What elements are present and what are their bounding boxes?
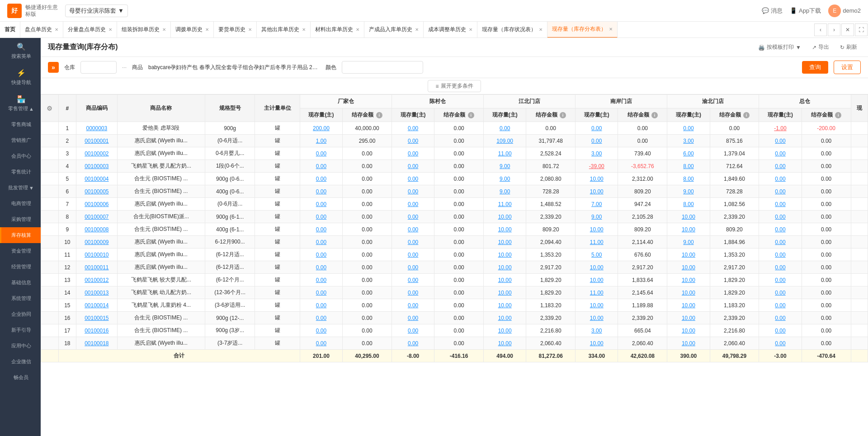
sidebar-item-member[interactable]: 会员中心 [0,148,41,164]
table-cell[interactable]: 0.00 [759,135,802,147]
nav-close-button[interactable]: ✕ [841,23,854,36]
table-cell[interactable]: 00100001 [76,135,117,147]
sidebar-item-retail-store[interactable]: 零售商城 [0,117,41,132]
sidebar-item-ecommerce[interactable]: 电商管理 [0,196,41,211]
table-cell[interactable]: 00100012 [76,274,117,286]
table-cell[interactable]: 0.00 [759,223,802,236]
table-cell[interactable]: 0.00 [300,324,342,337]
table-cell[interactable]: 0.00 [392,173,434,185]
tab-other-out[interactable]: 其他出库单历史 ✕ [257,22,311,38]
table-cell[interactable]: 9.00 [484,185,526,198]
table-cell[interactable]: 0.00 [392,223,434,236]
table-cell[interactable]: 10.00 [484,261,526,274]
table-cell[interactable]: 10.00 [576,173,618,185]
table-cell[interactable]: 10.00 [484,337,526,350]
table-cell[interactable]: 8.00 [667,198,710,211]
sidebar-item-retail-mgmt[interactable]: 🏪 零售管理 ▲ [0,90,41,117]
info-icon[interactable]: i [468,112,474,118]
info-icon[interactable]: i [376,112,382,118]
table-cell[interactable]: 0.00 [759,185,802,198]
table-cell[interactable]: 3.00 [667,135,710,147]
table-cell[interactable]: 11.00 [484,198,526,211]
table-cell[interactable]: 0.00 [392,185,434,198]
tab-home[interactable]: 首页 [0,22,20,38]
tab-inventory-sub[interactable]: 分量盘点单历史 ✕ [63,22,117,38]
tab-material-out[interactable]: 材料出库单历史 ✕ [311,22,364,38]
table-cell[interactable]: 0.00 [300,274,342,286]
table-cell[interactable]: 3.00 [576,147,618,160]
close-icon[interactable]: ✕ [205,27,209,32]
table-cell[interactable]: 0.00 [300,312,342,324]
table-cell[interactable]: 9.00 [667,185,710,198]
table-cell[interactable]: 0.00 [300,160,342,173]
table-cell[interactable]: 0.00 [392,324,434,337]
table-cell[interactable]: 10.00 [576,223,618,236]
table-cell[interactable]: 0.00 [759,286,802,299]
table-cell[interactable]: 0.00 [392,286,434,299]
table-cell[interactable]: 00100004 [76,173,117,185]
info-icon[interactable]: i [835,112,841,118]
close-icon[interactable]: ✕ [248,27,252,32]
close-icon[interactable]: ✕ [469,27,472,32]
table-cell[interactable]: 0.00 [759,274,802,286]
table-cell[interactable]: 00100016 [76,324,117,337]
table-cell[interactable]: 0.00 [300,223,342,236]
settings-button[interactable]: 设置 [834,61,861,74]
table-cell[interactable]: 00100010 [76,248,117,261]
sidebar-item-stock[interactable]: 库存核算 [0,227,41,243]
table-cell[interactable]: -39.00 [576,160,618,173]
table-cell[interactable]: 00100011 [76,261,117,274]
sidebar-item-ops[interactable]: 经营管理 [0,259,41,275]
table-cell[interactable]: 0.00 [759,147,802,160]
table-cell[interactable]: 7.00 [576,198,618,211]
table-cell[interactable]: 00100005 [76,185,117,198]
table-cell[interactable]: 6.00 [667,147,710,160]
table-cell[interactable]: 9.00 [484,173,526,185]
table-cell[interactable]: 0.00 [392,312,434,324]
table-cell[interactable]: 10.00 [576,299,618,312]
table-cell[interactable]: 0.00 [576,122,618,135]
table-cell[interactable]: 0.00 [759,261,802,274]
table-cell[interactable]: 00100009 [76,236,117,248]
table-cell[interactable]: 0000003 [76,122,117,135]
table-cell[interactable]: 200.00 [300,122,342,135]
sidebar-item-finance[interactable]: 资金管理 [0,243,41,259]
tab-product-in[interactable]: 产成品入库单历史 ✕ [364,22,424,38]
info-icon[interactable]: i [651,112,658,118]
print-button[interactable]: 🖨️ 按模板打印 ▼ [755,42,805,53]
table-cell[interactable]: 0.00 [759,160,802,173]
table-cell[interactable]: 0.00 [392,261,434,274]
table-cell[interactable]: 0.00 [392,122,434,135]
table-cell[interactable]: 0.00 [484,122,526,135]
table-cell[interactable]: 3.00 [576,324,618,337]
table-cell[interactable]: 0.00 [392,299,434,312]
table-cell[interactable]: 0.00 [576,135,618,147]
table-cell[interactable]: 0.00 [300,185,342,198]
table-cell[interactable]: 9.00 [667,236,710,248]
table-cell[interactable]: 0.00 [392,211,434,223]
table-cell[interactable]: 0.00 [300,261,342,274]
table-cell[interactable]: 0.00 [759,337,802,350]
table-cell[interactable]: 00100003 [76,160,117,173]
table-cell[interactable]: 00100008 [76,223,117,236]
table-cell[interactable]: 10.00 [667,324,710,337]
table-cell[interactable]: 0.00 [300,147,342,160]
table-cell[interactable]: 10.00 [484,299,526,312]
query-button[interactable]: 查询 [802,61,828,74]
table-cell[interactable]: 0.00 [392,147,434,160]
table-cell[interactable]: 0.00 [759,312,802,324]
table-cell[interactable]: 10.00 [484,248,526,261]
table-cell[interactable]: 0.00 [392,135,434,147]
table-cell[interactable]: 1.00 [300,135,342,147]
table-cell[interactable]: 10.00 [484,324,526,337]
table-cell[interactable]: 0.00 [667,122,710,135]
table-cell[interactable]: 00100006 [76,198,117,211]
tab-requisition[interactable]: 要货单历史 ✕ [214,22,257,38]
tab-cost-adjust[interactable]: 成本调整单历史 ✕ [424,22,477,38]
table-cell[interactable]: 9.00 [576,211,618,223]
tab-transfer[interactable]: 调拨单历史 ✕ [171,22,214,38]
table-cell[interactable]: 10.00 [667,223,710,236]
table-cell[interactable]: 10.00 [484,312,526,324]
table-cell[interactable]: 8.00 [667,160,710,173]
table-cell[interactable]: 0.00 [300,236,342,248]
